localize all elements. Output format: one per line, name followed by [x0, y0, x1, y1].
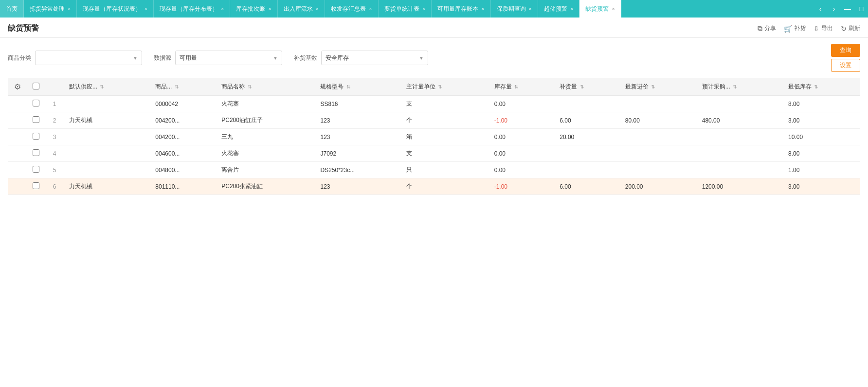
- sort-icon-stock: ⇅: [514, 84, 518, 89]
- row-supplier: 力天机械: [64, 178, 150, 195]
- tab-close-inventory-status[interactable]: ×: [144, 6, 147, 12]
- col-header-checkbox: [27, 78, 45, 96]
- row-checkbox-cell: [27, 145, 45, 162]
- category-select[interactable]: ▼: [35, 51, 142, 65]
- table-container: ⚙ 默认供应... ⇅ 商品... ⇅ 商品名称: [0, 78, 868, 195]
- main-content: 缺货预警 ⧉ 分享 🛒 补货 ⇩ 导出 ↻ 刷新 商品分类: [0, 18, 868, 387]
- row-checkbox-3[interactable]: [33, 149, 39, 156]
- tab-minimize-button[interactable]: —: [841, 0, 854, 18]
- tab-prev-button[interactable]: ‹: [814, 0, 827, 18]
- replenish-basis-select[interactable]: 安全库存 ▼: [321, 51, 428, 65]
- sort-icon-product-code: ⇅: [175, 84, 179, 89]
- filter-actions: 查询 设置: [831, 44, 860, 72]
- row-spec: DS250*23c...: [315, 162, 401, 178]
- table-row: 6 力天机械 801110... PC200张紧油缸 123 个 -1.00 6…: [8, 178, 860, 195]
- page-title: 缺货预警: [8, 23, 39, 34]
- query-button[interactable]: 查询: [831, 44, 860, 57]
- row-index: 3: [45, 129, 64, 145]
- row-product-code: 004600...: [150, 145, 217, 162]
- row-stock: 0.00: [489, 145, 555, 162]
- col-header-index: [45, 78, 64, 96]
- col-header-product-name[interactable]: 商品名称 ⇅: [217, 78, 315, 96]
- tab-batch-account[interactable]: 库存批次账 ×: [230, 0, 277, 18]
- table-row: 1 0000042 火花塞 SS816 支 0.00 8.00: [8, 96, 860, 112]
- col-header-unit[interactable]: 主计量单位 ⇅: [401, 78, 489, 96]
- settings-button[interactable]: 设置: [831, 59, 860, 72]
- tab-home[interactable]: 首页: [0, 0, 24, 18]
- row-checkbox-cell: [27, 178, 45, 195]
- tab-next-button[interactable]: ›: [827, 0, 841, 18]
- refresh-button[interactable]: ↻ 刷新: [841, 24, 860, 33]
- datasource-select[interactable]: 可用量 ▼: [175, 51, 282, 65]
- row-estimated-purchase: 480.00: [697, 112, 783, 129]
- row-checkbox-2[interactable]: [33, 133, 39, 140]
- tab-close-overstock[interactable]: ×: [570, 6, 573, 12]
- tab-receipt-summary[interactable]: 收发存汇总表 ×: [325, 0, 378, 18]
- row-checkbox-5[interactable]: [33, 182, 39, 189]
- row-checkbox-4[interactable]: [33, 166, 39, 173]
- tab-close-exception[interactable]: ×: [68, 6, 71, 12]
- tab-exception[interactable]: 拣货异常处理 ×: [24, 0, 77, 18]
- tab-shortage[interactable]: 缺货预警 ×: [579, 0, 621, 18]
- tab-demand-stats[interactable]: 要货单统计表 ×: [379, 0, 432, 18]
- row-supplier: 力天机械: [64, 112, 150, 129]
- row-checkbox-1[interactable]: [33, 116, 39, 123]
- col-header-min-stock[interactable]: 最低库存 ⇅: [783, 78, 860, 96]
- tab-inventory-dist[interactable]: 现存量（库存分布表） ×: [154, 0, 230, 18]
- row-product-name: PC200张紧油缸: [217, 178, 315, 195]
- select-all-checkbox[interactable]: [33, 83, 39, 89]
- row-settings-cell: [8, 112, 27, 129]
- row-checkbox-cell: [27, 129, 45, 145]
- tab-close-shortage[interactable]: ×: [612, 6, 615, 12]
- replenish-basis-filter-group: 补货基数 安全库存 ▼: [294, 51, 428, 65]
- settings-gear-icon[interactable]: ⚙: [14, 83, 21, 91]
- tab-close-inout-flow[interactable]: ×: [316, 6, 319, 12]
- row-checkbox-0[interactable]: [33, 100, 39, 106]
- row-checkbox-cell: [27, 162, 45, 178]
- row-estimated-purchase: [697, 129, 783, 145]
- sort-icon-min-stock: ⇅: [814, 84, 818, 89]
- col-header-stock[interactable]: 库存量 ⇅: [489, 78, 555, 96]
- tab-inout-flow[interactable]: 出入库流水 ×: [278, 0, 325, 18]
- tab-maximize-button[interactable]: □: [854, 0, 868, 18]
- tab-close-available-ledger[interactable]: ×: [481, 6, 484, 12]
- row-latest-price: 80.00: [620, 112, 697, 129]
- sort-icon-product-name: ⇅: [248, 84, 252, 89]
- tab-close-batch-account[interactable]: ×: [268, 6, 271, 12]
- row-estimated-purchase: [697, 96, 783, 112]
- row-supplier: [64, 145, 150, 162]
- row-index: 4: [45, 145, 64, 162]
- tab-inventory-status[interactable]: 现存量（库存状况表） ×: [77, 0, 153, 18]
- col-header-spec[interactable]: 规格型号 ⇅: [315, 78, 401, 96]
- datasource-label: 数据源: [154, 54, 171, 62]
- category-label: 商品分类: [8, 54, 31, 62]
- tab-nav-buttons: ‹ › — □: [814, 0, 868, 18]
- share-button[interactable]: ⧉ 分享: [758, 24, 776, 33]
- col-header-latest-price[interactable]: 最新进价 ⇅: [620, 78, 697, 96]
- row-unit: 个: [401, 112, 489, 129]
- tab-overstock[interactable]: 超储预警 ×: [538, 0, 579, 18]
- replenish-basis-label: 补货基数: [294, 54, 317, 62]
- tab-close-inventory-dist[interactable]: ×: [221, 6, 224, 12]
- replenish-button[interactable]: 🛒 补货: [784, 24, 806, 33]
- tab-close-demand-stats[interactable]: ×: [422, 6, 425, 12]
- col-header-settings: ⚙: [8, 78, 27, 96]
- data-table: ⚙ 默认供应... ⇅ 商品... ⇅ 商品名称: [8, 78, 860, 195]
- row-estimated-purchase: [697, 162, 783, 178]
- table-row: 4 004600... 火花塞 J7092 支 0.00 8.00: [8, 145, 860, 162]
- sort-icon-unit: ⇅: [438, 84, 442, 89]
- tab-expiry-query[interactable]: 保质期查询 ×: [491, 0, 538, 18]
- col-header-estimated-purchase[interactable]: 预计采购... ⇅: [697, 78, 783, 96]
- row-spec: 123: [315, 129, 401, 145]
- row-latest-price: [620, 129, 697, 145]
- tab-close-expiry-query[interactable]: ×: [529, 6, 532, 12]
- tab-available-ledger[interactable]: 可用量库存账本 ×: [432, 0, 490, 18]
- col-header-product-code[interactable]: 商品... ⇅: [150, 78, 217, 96]
- col-header-replenish-qty[interactable]: 补货量 ⇅: [555, 78, 620, 96]
- col-header-default-supplier[interactable]: 默认供应... ⇅: [64, 78, 150, 96]
- row-min-stock: 3.00: [783, 178, 860, 195]
- tab-close-receipt-summary[interactable]: ×: [369, 6, 372, 12]
- export-button[interactable]: ⇩ 导出: [814, 24, 833, 33]
- datasource-filter-group: 数据源 可用量 ▼: [154, 51, 282, 65]
- row-stock: -1.00: [489, 112, 555, 129]
